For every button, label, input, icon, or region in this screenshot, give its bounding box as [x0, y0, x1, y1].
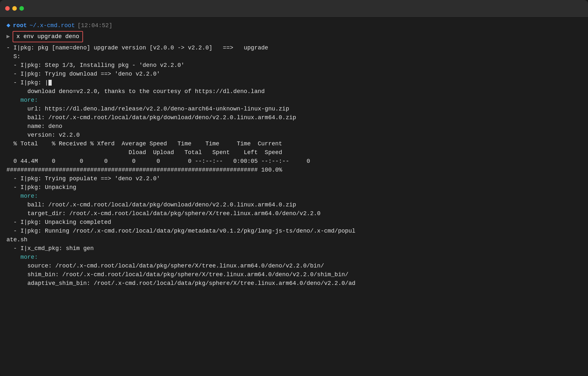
output-line: - I|pkg: Trying download ==> 'deno v2.2.… — [6, 70, 582, 78]
output-line: - I|x_cmd_pkg: shim gen — [6, 244, 582, 253]
minimize-button[interactable] — [12, 6, 17, 11]
output-line: more: — [6, 253, 582, 262]
output-line: target_dir: /root/.x-cmd.root/local/data… — [6, 209, 582, 218]
output-line: - I|pkg: | — [6, 78, 582, 87]
traffic-lights — [5, 6, 24, 11]
output-line: url: https://dl.deno.land/release/v2.2.0… — [6, 105, 582, 113]
output-line: ball: /root/.x-cmd.root/local/data/pkg/d… — [6, 201, 582, 209]
command-arrow: ▶ — [6, 32, 10, 41]
output-line: 0 44.4M 0 0 0 0 0 0 --:--:-- 0:00:05 --:… — [6, 157, 582, 166]
output-line: - I|pkg: Running /root/.x-cmd.root/local… — [6, 227, 582, 235]
maximize-button[interactable] — [19, 6, 24, 11]
output-line: % Total % Received % Xferd Average Speed… — [6, 140, 582, 148]
output-line: S: — [6, 52, 582, 61]
output-line: - I|pkg: pkg [name=deno] upgrade version… — [6, 44, 582, 52]
prompt-user: root — [13, 21, 27, 30]
cursor — [48, 80, 52, 86]
output-container: - I|pkg: pkg [name=deno] upgrade version… — [6, 44, 582, 288]
output-line: Dload Upload Total Spent Left Speed — [6, 148, 582, 157]
output-line: name: deno — [6, 122, 582, 131]
output-line: - I|pkg: Unpacking — [6, 183, 582, 192]
output-line: - I|pkg: Unpacking completed — [6, 218, 582, 227]
titlebar — [0, 0, 588, 17]
output-line: source: /root/.x-cmd.root/local/data/pkg… — [6, 262, 582, 270]
output-line: download deno=v2.2.0, thanks to the cour… — [6, 87, 582, 96]
prompt-line: ◆ root ~/.x-cmd.root [12:04:52] — [6, 21, 582, 30]
output-line: ########################################… — [6, 166, 582, 174]
output-line: more: — [6, 192, 582, 201]
terminal-content[interactable]: ◆ root ~/.x-cmd.root [12:04:52] ▶ x env … — [0, 17, 588, 376]
output-line: - I|pkg: Step 1/3, Installing pkg - 'den… — [6, 61, 582, 70]
output-line: ball: /root/.x-cmd.root/local/data/pkg/d… — [6, 113, 582, 122]
output-line: more: — [6, 96, 582, 105]
command-box: x env upgrade deno — [13, 31, 83, 42]
output-line: shim_bin: /root/.x-cmd.root/local/data/p… — [6, 270, 582, 279]
output-line: adaptive_shim_bin: /root/.x-cmd.root/loc… — [6, 279, 582, 288]
output-line: version: v2.2.0 — [6, 131, 582, 140]
command-line: ▶ x env upgrade deno — [6, 31, 582, 42]
prompt-time: [12:04:52] — [78, 21, 112, 30]
prompt-path: ~/.x-cmd.root — [29, 21, 75, 30]
output-line: - I|pkg: Trying populate ==> 'deno v2.2.… — [6, 174, 582, 183]
prompt-icon: ◆ — [6, 21, 10, 30]
terminal-window: ◆ root ~/.x-cmd.root [12:04:52] ▶ x env … — [0, 0, 588, 376]
output-line: ate.sh — [6, 235, 582, 244]
close-button[interactable] — [5, 6, 10, 11]
command-text: x env upgrade deno — [16, 33, 79, 40]
